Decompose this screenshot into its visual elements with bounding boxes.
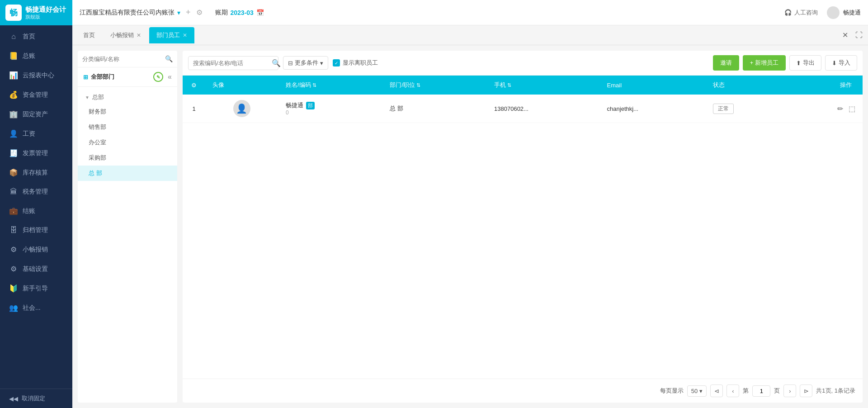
col-name[interactable]: 姓名/编码 <box>278 76 383 95</box>
dept-search-icon[interactable]: 🔍 <box>165 55 173 62</box>
main-area: 江西服宝精品有限责任公司内账张 ▾ + ⚙ 账期 2023-03 📅 🎧 人工咨… <box>72 0 868 408</box>
expand-tab-button[interactable]: ⛶ <box>854 29 864 41</box>
sidebar-item-assets[interactable]: 🏢 固定资产 <box>0 104 72 124</box>
pagination: 每页显示 50 ▾ ⊲ ‹ 第 页 › ⊳ 共1页, 1条记录 <box>183 379 863 403</box>
sidebar-item-social[interactable]: 👥 社会... <box>0 298 72 318</box>
dept-item-office[interactable]: 办公室 <box>78 135 177 150</box>
import-button[interactable]: ⬇ 导入 <box>825 55 857 71</box>
more-filter-button[interactable]: ⊟ 更多条件 ▾ <box>283 56 328 70</box>
sidebar-item-tax[interactable]: 🏛 税务管理 <box>0 182 72 201</box>
sidebar-item-invoice[interactable]: 🧾 发票管理 <box>0 143 72 163</box>
page-total: 共1页, 1条记录 <box>816 387 855 395</box>
dept-item-purchase[interactable]: 采购部 <box>78 150 177 166</box>
import-icon: ⬇ <box>832 60 837 66</box>
inventory-icon: 📦 <box>9 168 18 177</box>
export-button[interactable]: ⬆ 导出 <box>789 55 821 71</box>
prev-page-button[interactable]: ‹ <box>726 384 739 397</box>
tabbar: 首页 小畅报销 ✕ 部门员工 ✕ ✕ ⛶ <box>72 25 868 45</box>
page-number-input[interactable] <box>752 385 770 397</box>
employee-panel: 🔍 ⊟ 更多条件 ▾ ✓ 显示离职员工 邀请 + 新增员工 <box>183 51 863 403</box>
sidebar-nav: ⌂ 首页 📒 总账 📊 云报表中心 💰 资金管理 🏢 固定资产 👤 工资 🧾 发… <box>0 25 72 389</box>
show-resigned-checkbox[interactable]: ✓ <box>333 59 340 66</box>
logout-button[interactable]: ⬚ <box>849 104 855 113</box>
first-page-button[interactable]: ⊲ <box>710 384 723 397</box>
sidebar-unpin-button[interactable]: ◀◀ 取消固定 <box>0 389 72 408</box>
sidebar: 畅 畅捷通好会计 旗舰版 ⌂ 首页 📒 总账 📊 云报表中心 💰 资金管理 🏢 … <box>0 0 72 408</box>
row-phone: 138070602... <box>487 95 600 123</box>
show-resigned-label[interactable]: ✓ 显示离职员工 <box>333 59 378 67</box>
capital-icon: 💰 <box>9 90 18 99</box>
row-avatar: 👤 <box>205 95 278 123</box>
user-menu[interactable]: 畅捷通 <box>827 6 861 19</box>
col-settings[interactable]: ⚙ <box>183 76 205 95</box>
dept-search-input[interactable] <box>82 56 162 62</box>
headset-icon: 🎧 <box>784 9 792 16</box>
edit-badge[interactable]: ✎ <box>153 72 163 82</box>
settings-gear-button[interactable]: ⚙ <box>196 8 203 17</box>
sidebar-item-reports[interactable]: 📊 云报表中心 <box>0 66 72 85</box>
dept-group-general[interactable]: ▼ 总部 <box>78 90 177 104</box>
sidebar-item-ledger[interactable]: 📒 总账 <box>0 46 72 66</box>
toolbar-actions: 邀请 + 新增员工 ⬆ 导出 ⬇ 导入 <box>713 55 857 71</box>
sidebar-item-settings[interactable]: ⚙ 基础设置 <box>0 259 72 279</box>
next-page-button[interactable]: › <box>783 384 796 397</box>
edit-button[interactable]: ✏ <box>837 104 843 113</box>
tab-expense-close[interactable]: ✕ <box>137 32 141 38</box>
company-dropdown-icon: ▾ <box>177 9 180 16</box>
tab-home[interactable]: 首页 <box>76 27 102 43</box>
col-phone[interactable]: 手机 <box>487 76 600 95</box>
sidebar-item-home[interactable]: ⌂ 首页 <box>0 27 72 46</box>
collapse-icon[interactable]: « <box>168 73 172 81</box>
support-button[interactable]: 🎧 人工咨询 <box>784 9 818 17</box>
tab-employees-close[interactable]: ✕ <box>183 32 187 38</box>
sidebar-item-inventory[interactable]: 📦 库存核算 <box>0 163 72 182</box>
row-name: 畅捷通 部 0 <box>278 95 383 123</box>
company-name[interactable]: 江西服宝精品有限责任公司内账张 ▾ <box>80 9 180 17</box>
tax-icon: 🏛 <box>9 188 18 196</box>
tab-employees[interactable]: 部门员工 ✕ <box>149 27 194 43</box>
emp-search-input[interactable] <box>193 60 269 66</box>
dept-item-general[interactable]: 总 部 <box>78 166 177 181</box>
tab-expense[interactable]: 小畅报销 ✕ <box>103 27 148 43</box>
reports-icon: 📊 <box>9 71 18 80</box>
close-tab-button[interactable]: ✕ <box>840 29 850 41</box>
sidebar-item-payroll[interactable]: 👤 工资 <box>0 124 72 143</box>
add-company-button[interactable]: + <box>186 8 191 17</box>
invite-button[interactable]: 邀请 <box>713 55 739 71</box>
name-badge-container: 畅捷通 部 <box>286 101 376 109</box>
col-email: Email <box>600 76 706 95</box>
last-page-button[interactable]: ⊳ <box>800 384 812 397</box>
archive-icon: 🗄 <box>9 226 18 234</box>
invoice-icon: 🧾 <box>9 149 18 157</box>
period-selector[interactable]: 账期 2023-03 📅 <box>215 9 264 17</box>
department-panel: 🔍 ⊞ 全部部门 ✎ « ▼ 总部 财务部 销售部 办公室 采购部 总 部 <box>78 51 177 403</box>
page-size-select[interactable]: 50 ▾ <box>687 385 707 397</box>
dept-item-sales[interactable]: 销售部 <box>78 119 177 135</box>
content-area: 🔍 ⊞ 全部部门 ✎ « ▼ 总部 财务部 销售部 办公室 采购部 总 部 <box>72 45 868 408</box>
row-actions: ✏ ⬚ <box>787 95 863 123</box>
row-code: 0 <box>286 109 376 116</box>
settings-icon: ⚙ <box>9 265 18 273</box>
add-employee-button[interactable]: + 新增员工 <box>743 55 786 71</box>
export-icon: ⬆ <box>796 60 801 66</box>
checkout-icon: 💼 <box>9 207 18 215</box>
sidebar-item-guide[interactable]: 🔰 新手引导 <box>0 279 72 298</box>
sidebar-item-checkout[interactable]: 💼 结账 <box>0 201 72 221</box>
action-buttons: ✏ ⬚ <box>794 104 855 113</box>
employee-table: ⚙ 头像 姓名/编码 部门/职位 手机 Email 状态 操作 1 <box>183 76 863 379</box>
col-dept[interactable]: 部门/职位 <box>382 76 487 95</box>
sidebar-item-capital[interactable]: 💰 资金管理 <box>0 85 72 104</box>
emp-toolbar: 🔍 ⊟ 更多条件 ▾ ✓ 显示离职员工 邀请 + 新增员工 <box>183 51 863 76</box>
filter-dropdown-icon: ▾ <box>320 60 323 66</box>
sidebar-item-expense[interactable]: ⚙ 小畅报销 <box>0 240 72 259</box>
table-row: 1 👤 畅捷通 部 0 总 部 <box>183 95 863 123</box>
emp-search-icon[interactable]: 🔍 <box>272 59 281 67</box>
sidebar-item-archive[interactable]: 🗄 归档管理 <box>0 221 72 240</box>
dept-search-bar: 🔍 <box>78 51 177 67</box>
filter-icon: ⊟ <box>288 60 293 66</box>
all-departments-header[interactable]: ⊞ 全部部门 ✎ « <box>78 67 177 87</box>
dept-item-finance[interactable]: 财务部 <box>78 104 177 119</box>
topbar-right: 🎧 人工咨询 畅捷通 <box>784 6 861 19</box>
row-status: 正常 <box>706 95 787 123</box>
avatar-image: 👤 <box>233 100 250 117</box>
